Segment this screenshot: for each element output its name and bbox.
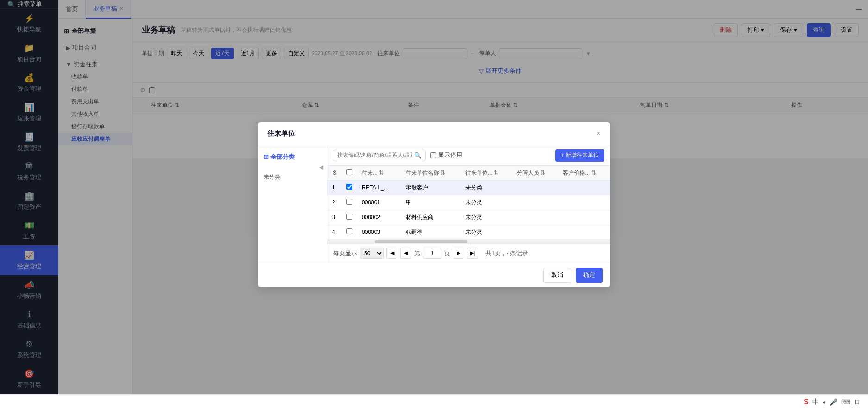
per-page-label: 每页显示: [333, 249, 357, 258]
modal-category-unclassified[interactable]: 未分类: [258, 170, 327, 184]
modal-search-input[interactable]: [337, 152, 412, 158]
row-category: 未分类: [461, 180, 513, 195]
row-category: 未分类: [461, 225, 513, 239]
modal-search-icon[interactable]: 🔍: [414, 152, 421, 159]
modal-header: 往来单位 ×: [258, 122, 610, 145]
taskbar-brand-icon: S: [804, 398, 809, 406]
taskbar-keyboard-icon: ⌨: [841, 398, 850, 406]
collapse-icon[interactable]: ◀: [319, 164, 323, 170]
show-disabled-label: 显示停用: [438, 151, 462, 159]
row-code: 000003: [357, 225, 401, 239]
row-manager: [512, 225, 558, 239]
per-page-select[interactable]: 50 100: [360, 248, 384, 259]
modal-col-checkbox: [342, 166, 357, 181]
row-price: [558, 180, 610, 195]
row-index: 4: [327, 225, 342, 239]
first-page-button[interactable]: |◀: [386, 248, 397, 259]
last-page-button[interactable]: ▶|: [467, 248, 478, 259]
modal-horizontal-scrollbar[interactable]: [327, 240, 610, 244]
taskbar-china-icon: 中: [812, 398, 819, 406]
modal-toolbar: 🔍 显示停用 + 新增往来单位: [327, 145, 610, 166]
modal-select-all[interactable]: [346, 169, 352, 175]
row-name: 甲: [401, 195, 461, 210]
modal-table-row[interactable]: 2 000001 甲 未分类: [327, 195, 610, 210]
page-number-input[interactable]: [423, 248, 441, 259]
row-index: 1: [327, 180, 342, 195]
modal-scroll-thumb[interactable]: [375, 240, 467, 243]
modal-table: ⚙ 往来... ⇅ 往来单位名称 ⇅ 往来单位... ⇅ 分管人员 ⇅ 客户价格…: [327, 166, 610, 240]
grid-small-icon: ⊞: [264, 153, 269, 160]
confirm-button[interactable]: 确定: [576, 268, 603, 283]
modal-table-row[interactable]: 4 000003 张嗣得 未分类: [327, 225, 610, 239]
row-index: 2: [327, 195, 342, 210]
prev-page-button[interactable]: ◀: [400, 248, 411, 259]
modal-table-wrapper: ⚙ 往来... ⇅ 往来单位名称 ⇅ 往来单位... ⇅ 分管人员 ⇅ 客户价格…: [327, 166, 610, 240]
partner-modal: 往来单位 × ⊞ 全部分类 ◀ 未分类 🔍: [258, 122, 610, 287]
row-category: 未分类: [461, 210, 513, 225]
cancel-button[interactable]: 取消: [543, 268, 571, 283]
modal-title: 往来单位: [267, 129, 295, 138]
modal-search-wrapper: 🔍: [333, 150, 426, 161]
modal-left-title: ⊞ 全部分类: [258, 150, 327, 164]
row-category: 未分类: [461, 195, 513, 210]
taskbar-monitor-icon: 🖥: [854, 398, 861, 406]
modal-col-manager[interactable]: 分管人员 ⇅: [512, 166, 558, 181]
modal-right-panel: 🔍 显示停用 + 新增往来单位 ⚙ 往来...: [327, 145, 610, 263]
modal-footer: 取消 确定: [258, 263, 610, 287]
row-price: [558, 210, 610, 225]
row-name: 零散客户: [401, 180, 461, 195]
row-price: [558, 225, 610, 239]
total-label: 共1页，4条记录: [485, 249, 528, 258]
page-label: 第: [414, 249, 420, 258]
modal-col-category[interactable]: 往来单位... ⇅: [461, 166, 513, 181]
row-code: 000001: [357, 195, 401, 210]
row-manager: [512, 180, 558, 195]
taskbar-diamond-icon: ♦: [823, 398, 826, 406]
add-partner-button[interactable]: + 新增往来单位: [555, 149, 604, 162]
row-manager: [512, 210, 558, 225]
row-checkbox[interactable]: [342, 195, 357, 210]
modal-body: ⊞ 全部分类 ◀ 未分类 🔍 显示停用: [258, 145, 610, 263]
row-name: 材料供应商: [401, 210, 461, 225]
row-price: [558, 195, 610, 210]
taskbar-mic-icon: 🎤: [830, 398, 837, 406]
modal-left-panel: ⊞ 全部分类 ◀ 未分类: [258, 145, 327, 263]
collapse-control: ◀: [258, 164, 327, 170]
page-suffix: 页: [444, 249, 450, 258]
modal-overlay: 往来单位 × ⊞ 全部分类 ◀ 未分类 🔍: [0, 0, 868, 409]
modal-close-button[interactable]: ×: [596, 129, 601, 138]
row-name: 张嗣得: [401, 225, 461, 239]
row-manager: [512, 195, 558, 210]
next-page-button[interactable]: ▶: [453, 248, 464, 259]
row-checkbox[interactable]: [342, 225, 357, 239]
taskbar: S 中 ♦ 🎤 ⌨ 🖥: [0, 394, 868, 409]
modal-col-code[interactable]: 往来... ⇅: [357, 166, 401, 181]
modal-table-row[interactable]: 3 000002 材料供应商 未分类: [327, 210, 610, 225]
modal-pagination: 每页显示 50 100 |◀ ◀ 第 页 ▶ ▶| 共1页，4条记录: [327, 244, 610, 263]
row-index: 3: [327, 210, 342, 225]
show-disabled-checkbox-label[interactable]: 显示停用: [430, 151, 462, 159]
modal-col-settings[interactable]: ⚙: [327, 166, 342, 181]
row-code: RETAIL_...: [357, 180, 401, 195]
modal-col-name[interactable]: 往来单位名称 ⇅: [401, 166, 461, 181]
row-checkbox[interactable]: [342, 210, 357, 225]
row-checkbox[interactable]: [342, 180, 357, 195]
show-disabled-checkbox[interactable]: [430, 152, 436, 158]
modal-table-row[interactable]: 1 RETAIL_... 零散客户 未分类: [327, 180, 610, 195]
modal-left-title-label: 全部分类: [270, 153, 295, 161]
row-code: 000002: [357, 210, 401, 225]
modal-col-price[interactable]: 客户价格... ⇅: [558, 166, 610, 181]
